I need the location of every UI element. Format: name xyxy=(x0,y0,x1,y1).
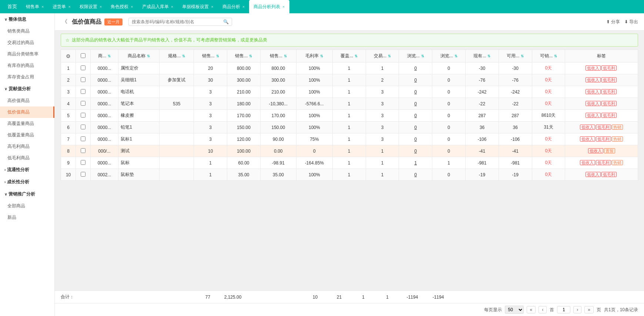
sidebar-item-低毛利商品[interactable]: 低毛利商品 xyxy=(0,152,54,164)
cell-browse1[interactable]: 0 xyxy=(399,122,432,133)
select-all-checkbox[interactable] xyxy=(81,53,85,58)
cell-checkbox[interactable] xyxy=(76,62,91,74)
browse1-link[interactable]: 1 xyxy=(414,160,417,166)
col-spec[interactable]: 规格...⇅ xyxy=(160,50,194,62)
sidebar-item-有库存的商品[interactable]: 有库存的商品 xyxy=(0,60,54,71)
row-checkbox[interactable] xyxy=(81,65,85,70)
browse1-link[interactable]: 0 xyxy=(414,78,417,83)
row-checkbox[interactable] xyxy=(81,148,85,153)
search-input[interactable] xyxy=(132,19,222,24)
browse1-link[interactable]: 0 xyxy=(414,89,417,95)
col-sales-price[interactable]: 销售...⇅ xyxy=(260,50,296,62)
col-gross-margin[interactable]: 毛利率⇅ xyxy=(296,50,332,62)
cell-checkbox[interactable] xyxy=(76,110,91,122)
cell-checkbox[interactable] xyxy=(76,169,91,181)
cell-browse1[interactable]: 1 xyxy=(399,157,432,169)
cell-checkbox[interactable] xyxy=(76,98,91,110)
col-browse2[interactable]: 浏览...⇅ xyxy=(432,50,466,62)
prev-page-button[interactable]: ‹ xyxy=(539,306,547,313)
sidebar-item-低覆盖量商品[interactable]: 低覆盖量商品 xyxy=(0,129,54,141)
browse1-link[interactable]: 0 xyxy=(414,137,417,142)
row-checkbox[interactable] xyxy=(81,136,85,141)
nav-item-角色授权[interactable]: 角色授权 × xyxy=(106,0,137,13)
browse1-link[interactable]: 0 xyxy=(414,149,417,154)
col-sales-amt[interactable]: 销售...⇅ xyxy=(227,50,261,62)
browse1-link[interactable]: 0 xyxy=(414,101,417,106)
share-button[interactable]: ⬆ 分享 xyxy=(606,19,620,25)
settings-icon[interactable]: ⚙ xyxy=(66,53,71,59)
cell-checkbox[interactable] xyxy=(76,122,91,133)
nav-item-进货单[interactable]: 进货单 × xyxy=(48,0,75,13)
sidebar-item-全部商品[interactable]: 全部商品 xyxy=(0,200,54,212)
search-icon[interactable]: 🔍 xyxy=(223,19,229,24)
sidebar-group-成长性分析[interactable]: › 成长性分析 xyxy=(0,176,54,188)
cell-checkbox[interactable] xyxy=(76,157,91,169)
browse1-link[interactable]: 0 xyxy=(414,66,417,71)
sidebar-item-销售类商品[interactable]: 销售类商品 xyxy=(0,26,54,37)
col-coverage[interactable]: 覆盖...⇅ xyxy=(332,50,366,62)
sidebar-group-贡献值分析[interactable]: ∨ 贡献值分析 xyxy=(0,83,54,95)
nav-home[interactable]: 首页 xyxy=(3,0,21,13)
nav-close-角色授权[interactable]: × xyxy=(131,4,133,9)
nav-item-商品分析列表[interactable]: 商品分析列表 × xyxy=(249,0,289,13)
col-code[interactable]: 商...⇅ xyxy=(90,50,118,62)
sidebar-item-新品[interactable]: 新品 xyxy=(0,212,54,223)
col-settings[interactable]: ⚙ xyxy=(61,50,76,62)
nav-close-进货单[interactable]: × xyxy=(68,4,70,9)
sidebar-group-营销推广分析[interactable]: ∨ 营销推广分析 xyxy=(0,188,54,200)
col-transaction[interactable]: 交易...⇅ xyxy=(366,50,399,62)
cell-browse1[interactable]: 0 xyxy=(399,98,432,110)
cell-browse1[interactable]: 0 xyxy=(399,62,432,74)
cell-checkbox[interactable] xyxy=(76,145,91,157)
sidebar-collapse-button[interactable]: 《 xyxy=(61,17,69,27)
nav-item-销售单[interactable]: 销售单 × xyxy=(21,0,48,13)
sidebar-item-高覆盖量商品[interactable]: 高覆盖量商品 xyxy=(0,118,54,129)
next-page-button[interactable]: › xyxy=(573,306,581,313)
sidebar-item-高毛利商品[interactable]: 高毛利商品 xyxy=(0,141,54,152)
browse1-link[interactable]: 0 xyxy=(414,113,417,118)
page-number-input[interactable] xyxy=(557,306,570,313)
nav-item-产成品入库单[interactable]: 产成品入库单 × xyxy=(138,0,178,13)
cell-checkbox[interactable] xyxy=(76,86,91,98)
last-page-button[interactable]: » xyxy=(584,306,594,313)
nav-close-商品分析[interactable]: × xyxy=(242,4,245,9)
col-sellable[interactable]: 可销...⇅ xyxy=(532,50,565,62)
nav-close-单据模板设置[interactable]: × xyxy=(211,4,213,9)
cell-browse1[interactable]: 0 xyxy=(399,169,432,181)
nav-close-商品分析列表[interactable]: × xyxy=(282,4,285,9)
nav-close-权限设置[interactable]: × xyxy=(100,4,102,9)
nav-item-商品分析[interactable]: 商品分析 × xyxy=(218,0,249,13)
col-browse1[interactable]: 浏览...⇅ xyxy=(399,50,432,62)
sidebar-item-交易过的商品[interactable]: 交易过的商品 xyxy=(0,37,54,48)
sidebar-group-整体信息[interactable]: ∨ 整体信息 xyxy=(0,13,54,26)
browse1-link[interactable]: 0 xyxy=(414,172,417,177)
col-current-stock[interactable]: 现有...⇅ xyxy=(466,50,499,62)
sidebar-item-高价值商品[interactable]: 高价值商品 xyxy=(0,95,54,106)
row-checkbox[interactable] xyxy=(81,101,85,106)
nav-close-产成品入库单[interactable]: × xyxy=(171,4,173,9)
first-page-button[interactable]: « xyxy=(527,306,536,313)
filter-tag[interactable]: 近一月 xyxy=(104,18,123,26)
nav-close-销售单[interactable]: × xyxy=(41,4,44,9)
row-checkbox[interactable] xyxy=(81,172,85,177)
row-checkbox[interactable] xyxy=(81,125,85,129)
sidebar-item-库存资金占用[interactable]: 库存资金占用 xyxy=(0,71,54,83)
cell-browse1[interactable]: 0 xyxy=(399,110,432,122)
col-sales-qty[interactable]: 销售...⇅ xyxy=(194,50,227,62)
sidebar-group-流通性分析[interactable]: › 流通性分析 xyxy=(0,164,54,176)
cell-checkbox[interactable] xyxy=(76,133,91,145)
sidebar-item-商品分类销售率[interactable]: 商品分类销售率 xyxy=(0,48,54,60)
col-available[interactable]: 可用...⇅ xyxy=(499,50,532,62)
export-button[interactable]: ⬇ 导出 xyxy=(624,19,638,25)
row-checkbox[interactable] xyxy=(81,77,85,82)
row-checkbox[interactable] xyxy=(81,160,85,165)
cell-browse1[interactable]: 0 xyxy=(399,145,432,157)
nav-item-单据模板设置[interactable]: 单据模板设置 × xyxy=(178,0,218,13)
cell-checkbox[interactable] xyxy=(76,74,91,86)
row-checkbox[interactable] xyxy=(81,89,85,94)
page-size-select[interactable]: 50 100 200 xyxy=(505,306,524,314)
browse1-link[interactable]: 0 xyxy=(414,125,417,130)
cell-browse1[interactable]: 0 xyxy=(399,133,432,145)
sidebar-item-低价值商品[interactable]: 低价值商品 xyxy=(0,106,54,118)
row-checkbox[interactable] xyxy=(81,113,85,118)
